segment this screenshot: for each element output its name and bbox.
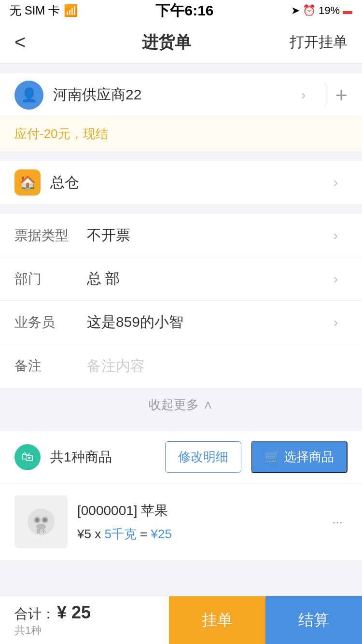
department-label: 部门 (14, 270, 72, 288)
department-row[interactable]: 部门 总 部 › (0, 257, 362, 301)
product-item: 督小 [0000001] 苹果 ¥5 x 5千克 = ¥25 ··· (0, 484, 362, 560)
chevron-right-icon-3: › (334, 228, 338, 243)
avatar-icon: 👤 (21, 87, 38, 103)
checkout-button[interactable]: 结算 (265, 596, 362, 644)
supplier-row[interactable]: 👤 河南供应商22 › + (0, 73, 362, 117)
hang-button[interactable]: 挂单 (169, 596, 265, 644)
divider (325, 83, 325, 107)
warehouse-card: 🏠 总仓 › (0, 161, 362, 204)
total-section: 合计： ¥ 25 共1种 (0, 596, 169, 644)
alarm-icon: ⏰ (303, 4, 316, 17)
unit-price: ¥5 (77, 527, 91, 541)
salesperson-row[interactable]: 业务员 这是859的小智 › (0, 301, 362, 344)
back-button[interactable]: < (14, 31, 43, 53)
warehouse-icon: 🏠 (14, 169, 41, 196)
page-title: 进货单 (142, 31, 191, 54)
svg-point-3 (35, 518, 39, 522)
bottom-bar: 合计： ¥ 25 共1种 挂单 结算 (0, 596, 362, 644)
invoice-label: 票据类型 (14, 226, 72, 245)
collapse-label: 收起更多 ∧ (149, 396, 213, 413)
salesperson-label: 业务员 (14, 313, 72, 332)
select-product-label: 选择商品 (284, 448, 334, 465)
equals: = (140, 527, 151, 541)
product-thumbnail: 督小 (14, 495, 68, 548)
cart-btn-icon: 🛒 (265, 449, 280, 464)
product-code: [0000001] (77, 503, 138, 518)
svg-text:督小: 督小 (36, 529, 46, 534)
checkout-label: 结算 (298, 610, 329, 631)
form-section: 票据类型 不开票 › 部门 总 部 › 业务员 这是859的小智 › 备注 备注… (0, 214, 362, 388)
invoice-value: 不开票 (72, 225, 334, 245)
department-value: 总 部 (72, 269, 334, 289)
avatar: 👤 (14, 81, 43, 110)
collapse-bar[interactable]: 收起更多 ∧ (0, 388, 362, 421)
battery-icon: ▬ (343, 5, 352, 16)
battery-text: 19% (319, 4, 340, 17)
open-hang-button[interactable]: 打开挂单 (290, 32, 348, 52)
quantity: 5千克 (104, 527, 136, 541)
product-title: 苹果 (141, 503, 168, 518)
remark-input[interactable]: 备注内容 (72, 356, 348, 376)
gap-2 (0, 151, 362, 161)
remark-row[interactable]: 备注 备注内容 (0, 344, 362, 388)
chevron-right-icon: › (301, 87, 306, 103)
hang-label: 挂单 (202, 610, 233, 631)
chevron-right-icon-5: › (334, 315, 338, 330)
invoice-row[interactable]: 票据类型 不开票 › (0, 214, 362, 257)
products-icon: 🛍 (14, 444, 41, 470)
select-product-button[interactable]: 🛒 选择商品 (251, 441, 348, 473)
notice-text: 应付-20元，现结 (14, 126, 108, 141)
wifi-icon: 📶 (64, 4, 78, 17)
gap-1 (0, 64, 362, 73)
total-count: 共1种 (14, 623, 154, 638)
product-price: ¥5 x 5千克 = ¥25 (77, 526, 318, 543)
add-button[interactable]: + (335, 84, 348, 106)
status-time: 下午6:16 (155, 1, 213, 21)
status-right: ➤ ⏰ 19% ▬ (291, 4, 352, 17)
products-header: 🛍 共1种商品 修改明细 🛒 选择商品 (0, 431, 362, 483)
salesperson-value: 这是859的小智 (72, 312, 334, 332)
warehouse-row[interactable]: 🏠 总仓 › (0, 161, 362, 204)
products-count: 共1种商品 (50, 448, 155, 466)
edit-detail-button[interactable]: 修改明细 (165, 441, 241, 473)
line-total: ¥25 (151, 527, 172, 541)
chevron-right-icon-2: › (334, 175, 338, 190)
carrier-text: 无 SIM 卡 (10, 3, 60, 18)
product-name: [0000001] 苹果 (77, 502, 318, 520)
notice-bar: 应付-20元，现结 (0, 117, 362, 151)
product-info: [0000001] 苹果 ¥5 x 5千克 = ¥25 (77, 502, 318, 543)
status-bar: 无 SIM 卡 📶 下午6:16 ➤ ⏰ 19% ▬ (0, 0, 362, 21)
gap-3 (0, 204, 362, 214)
location-icon: ➤ (291, 4, 300, 17)
remark-label: 备注 (14, 357, 72, 375)
more-button[interactable]: ··· (327, 510, 348, 534)
home-icon: 🏠 (19, 175, 36, 191)
owl-logo: 督小 (27, 507, 56, 536)
chevron-right-icon-4: › (334, 271, 338, 287)
gap-4 (0, 421, 362, 431)
warehouse-name: 总仓 (50, 173, 334, 193)
price-sep: x (95, 527, 104, 541)
status-left: 无 SIM 卡 📶 (10, 3, 78, 18)
nav-bar: < 进货单 打开挂单 (0, 21, 362, 64)
supplier-name: 河南供应商22 (53, 85, 301, 105)
svg-point-4 (43, 518, 47, 522)
total-label: 合计： (14, 605, 55, 623)
cart-icon: 🛍 (21, 449, 34, 464)
total-amount: ¥ 25 (57, 602, 91, 623)
supplier-card: 👤 河南供应商22 › + 应付-20元，现结 (0, 73, 362, 151)
